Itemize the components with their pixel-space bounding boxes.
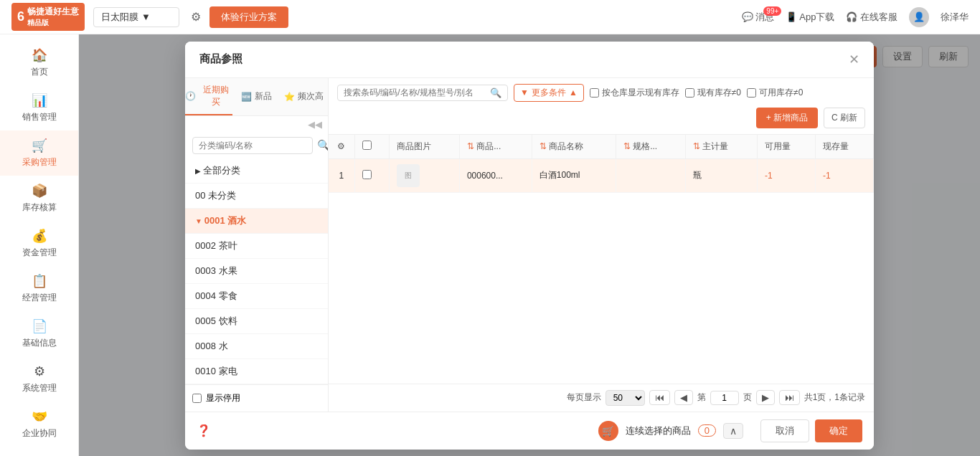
tab-new[interactable]: 🆕 新品 bbox=[232, 78, 280, 115]
left-panel-bottom: 显示停用 bbox=[185, 384, 328, 412]
headset-icon: 🎧 bbox=[846, 11, 857, 22]
row-name: 白酒100ml bbox=[532, 158, 616, 192]
sort-icon3: ⇅ bbox=[623, 141, 631, 151]
collapse-panel-btn[interactable]: ◀◀ bbox=[185, 116, 328, 133]
col-name-header[interactable]: ⇅ 商品名称 bbox=[532, 135, 616, 159]
navbar: 6 畅捷通好生意 精品版 日太阳膜 ▼ ⚙ 体验行业方案 💬 99+ 消息 📱 … bbox=[0, 0, 980, 34]
app-download[interactable]: 📱 App下载 bbox=[786, 11, 834, 24]
sidebar-item-operation[interactable]: 📋 经营管理 bbox=[0, 266, 78, 311]
content-area: 查询 设置 刷新 商品参照 ✕ bbox=[79, 34, 980, 456]
online-service[interactable]: 🎧 在线客服 bbox=[846, 11, 897, 24]
stock-icon: 📦 bbox=[32, 183, 47, 199]
show-disabled-checkbox[interactable] bbox=[192, 394, 202, 403]
more-filter-btn[interactable]: ▼ 更多条件 ▲ bbox=[514, 84, 584, 102]
category-item-0002[interactable]: 0002 茶叶 bbox=[185, 234, 328, 259]
sidebar-label-basic: 基础信息 bbox=[22, 337, 57, 349]
category-item-0003[interactable]: 0003 水果 bbox=[185, 259, 328, 284]
category-item-0010[interactable]: 0010 家电 bbox=[185, 359, 328, 384]
basic-icon: 📄 bbox=[32, 318, 47, 334]
current-stock-checkbox-wrap[interactable]: 现有库存≠0 bbox=[685, 87, 741, 99]
row-select-checkbox[interactable] bbox=[362, 170, 372, 179]
page-first-btn[interactable]: ⏮ bbox=[649, 390, 670, 405]
current-stock-checkbox[interactable] bbox=[685, 88, 694, 98]
category-item-0004[interactable]: 0004 零食 bbox=[185, 284, 328, 309]
category-search-btn[interactable]: 🔍 bbox=[317, 139, 329, 152]
sidebar-item-basic[interactable]: 📄 基础信息 bbox=[0, 311, 78, 356]
product-search-input[interactable] bbox=[344, 87, 487, 98]
category-list: 全部分类 00 未分类 0001 酒水 0002 茶叶 0003 水果 0004… bbox=[185, 158, 328, 384]
sidebar-item-finance[interactable]: 💰 资金管理 bbox=[0, 221, 78, 266]
sort-icon2: ⇅ bbox=[540, 141, 547, 151]
available-stock-checkbox[interactable] bbox=[747, 88, 756, 98]
col-settings[interactable]: ⚙ bbox=[329, 135, 354, 159]
available-stock-checkbox-wrap[interactable]: 可用库存≠0 bbox=[747, 87, 803, 99]
sidebar-item-system[interactable]: ⚙ 系统管理 bbox=[0, 356, 78, 402]
col-unit-header[interactable]: ⇅ 主计量 bbox=[685, 135, 757, 159]
row-stock: -1 bbox=[815, 158, 873, 192]
store-selector[interactable]: 日太阳膜 ▼ bbox=[93, 7, 179, 27]
try-btn[interactable]: 体验行业方案 bbox=[209, 6, 288, 28]
recent-icon: 🕐 bbox=[185, 91, 196, 101]
warehouse-stock-checkbox[interactable] bbox=[590, 88, 599, 98]
purchase-icon: 🛒 bbox=[32, 138, 47, 153]
message-icon-wrap[interactable]: 💬 99+ 消息 bbox=[742, 11, 775, 24]
help-icon[interactable]: ❓ bbox=[197, 424, 211, 437]
col-code-header[interactable]: ⇅ 商品... bbox=[459, 135, 532, 159]
sidebar-label-finance: 资金管理 bbox=[22, 247, 57, 259]
user-avatar[interactable]: 👤 bbox=[909, 7, 929, 27]
selection-collapse-btn[interactable]: ∧ bbox=[723, 423, 743, 439]
warehouse-stock-checkbox-wrap[interactable]: 按仓库显示现有库存 bbox=[590, 87, 679, 99]
modal-close-btn[interactable]: ✕ bbox=[849, 52, 859, 67]
cancel-btn[interactable]: 取消 bbox=[760, 419, 809, 442]
store-name: 日太阳膜 bbox=[101, 11, 138, 24]
confirm-btn[interactable]: 确定 bbox=[815, 419, 862, 442]
row-checkbox bbox=[354, 158, 389, 192]
selected-count: 0 bbox=[698, 424, 716, 437]
tab-frequent[interactable]: ⭐ 频次高 bbox=[281, 78, 328, 115]
sidebar-label-operation: 经营管理 bbox=[22, 292, 57, 304]
sidebar-label-sales: 销售管理 bbox=[22, 111, 57, 123]
settings-icon[interactable]: ⚙ bbox=[191, 10, 201, 24]
left-panel: 🕐 近期购买 🆕 新品 ⭐ 频次高 bbox=[185, 78, 329, 412]
category-item-all[interactable]: 全部分类 bbox=[185, 158, 328, 184]
sort-icon: ⇅ bbox=[467, 141, 474, 151]
sidebar-item-purchase[interactable]: 🛒 采购管理 bbox=[0, 130, 78, 176]
left-tabs: 🕐 近期购买 🆕 新品 ⭐ 频次高 bbox=[185, 78, 328, 116]
category-item-0005[interactable]: 0005 饮料 bbox=[185, 309, 328, 334]
sidebar-item-guide[interactable]: 📖 新手引导 bbox=[0, 447, 78, 456]
page-size-select[interactable]: 50 10 20 100 bbox=[606, 390, 645, 406]
toolbar-right: + 新增商品 C 刷新 bbox=[756, 108, 865, 128]
available-stock-label: 可用库存≠0 bbox=[759, 87, 803, 99]
page-prev-btn[interactable]: ◀ bbox=[674, 390, 693, 405]
app-label: App下载 bbox=[799, 11, 834, 22]
category-item-0001[interactable]: 0001 酒水 bbox=[185, 209, 328, 234]
sidebar-item-sales[interactable]: 📊 销售管理 bbox=[0, 85, 78, 130]
sidebar-item-collab[interactable]: 🤝 企业协同 bbox=[0, 402, 78, 447]
page-next-btn[interactable]: ▶ bbox=[756, 390, 775, 405]
page-label: 第 bbox=[697, 391, 706, 404]
select-all-checkbox[interactable] bbox=[362, 141, 372, 150]
add-product-btn[interactable]: + 新增商品 bbox=[756, 108, 818, 128]
col-spec-header[interactable]: ⇅ 规格... bbox=[616, 135, 685, 159]
refresh-product-btn[interactable]: C 刷新 bbox=[824, 108, 865, 128]
category-search-input[interactable] bbox=[192, 137, 313, 154]
category-item-00[interactable]: 00 未分类 bbox=[185, 184, 328, 209]
sidebar-item-stock[interactable]: 📦 库存核算 bbox=[0, 176, 78, 221]
product-search-icon[interactable]: 🔍 bbox=[490, 87, 501, 98]
sidebar-item-home[interactable]: 🏠 首页 bbox=[0, 40, 78, 85]
modal-header: 商品参照 ✕ bbox=[185, 42, 874, 78]
tab-frequent-label: 频次高 bbox=[298, 90, 324, 103]
sidebar-label-purchase: 采购管理 bbox=[22, 156, 57, 168]
current-stock-label: 现有库存≠0 bbox=[697, 87, 741, 99]
page-input[interactable] bbox=[710, 391, 739, 405]
sidebar-label-stock: 库存核算 bbox=[22, 201, 57, 214]
category-item-0008[interactable]: 0008 水 bbox=[185, 334, 328, 359]
new-icon: 🆕 bbox=[241, 92, 252, 102]
tab-recent[interactable]: 🕐 近期购买 bbox=[185, 78, 232, 115]
filter-icon: ▼ bbox=[520, 87, 529, 98]
page-last-btn[interactable]: ⏭ bbox=[779, 390, 800, 405]
row-available: -1 bbox=[757, 158, 815, 192]
cart-icon: 🛒 bbox=[598, 421, 618, 441]
main-layout: 🏠 首页 📊 销售管理 🛒 采购管理 📦 库存核算 💰 资金管理 📋 经营管理 … bbox=[0, 34, 980, 456]
table-row[interactable]: 1 图 bbox=[329, 158, 874, 192]
